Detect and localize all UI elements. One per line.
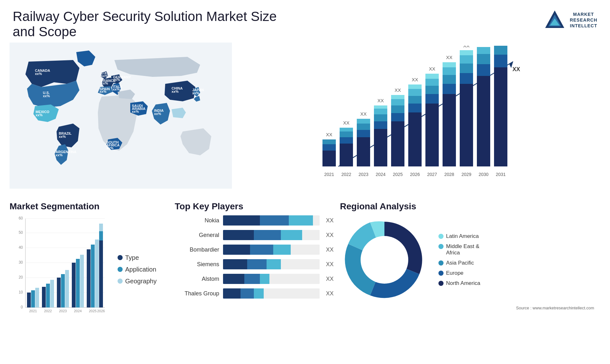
svg-text:xx%: xx% (132, 110, 139, 113)
svg-text:2027: 2027 (427, 172, 437, 177)
regional-label-mea: Middle East &Africa (446, 243, 479, 256)
svg-rect-90 (460, 84, 473, 166)
regional-dot-apac (438, 260, 444, 266)
svg-text:XX: XX (395, 87, 401, 93)
svg-rect-140 (87, 249, 91, 307)
player-row-nokia: Nokia XX (175, 215, 334, 226)
player-xx-alstom: XX (326, 276, 334, 282)
svg-text:2029: 2029 (461, 172, 471, 177)
svg-rect-45 (340, 131, 353, 137)
svg-rect-92 (460, 64, 473, 73)
svg-rect-138 (80, 255, 84, 307)
player-name-general: General (175, 232, 219, 239)
source-text: Source : www.marketresearchintellect.com (340, 306, 600, 310)
svg-text:XX: XX (326, 132, 332, 137)
player-name-alstom: Alstom (175, 276, 219, 282)
legend-item-application: Application (118, 266, 157, 273)
svg-text:XX: XX (377, 98, 384, 103)
svg-text:XX: XX (360, 111, 367, 117)
svg-rect-44 (340, 137, 353, 144)
svg-rect-105 (494, 46, 507, 55)
svg-point-148 (361, 236, 408, 284)
regional-legend-europe: Europe (438, 270, 480, 276)
regional-legend-latin: Latin America (438, 233, 480, 239)
player-xx-thales: XX (326, 290, 334, 297)
svg-rect-73 (408, 84, 422, 89)
top-section: CANADA xx% U.S. xx% MEXICO xx% BRAZIL xx… (0, 43, 610, 198)
logo-container: MARKET RESEARCH INTELLECT (544, 9, 597, 31)
svg-rect-133 (61, 274, 65, 307)
svg-rect-56 (374, 121, 387, 129)
svg-rect-43 (340, 144, 353, 166)
svg-text:XX: XX (343, 120, 349, 125)
regional-label-latin: Latin America (446, 233, 479, 239)
svg-text:xx%: xx% (59, 135, 66, 138)
svg-text:30: 30 (19, 260, 23, 265)
player-bar-general (223, 230, 320, 240)
logo-icon (544, 9, 566, 31)
svg-text:10: 10 (19, 290, 23, 294)
svg-rect-59 (374, 105, 387, 109)
svg-rect-69 (408, 112, 422, 166)
player-row-siemens: Siemens XX (175, 259, 334, 269)
player-name-bombardier: Bombardier (175, 246, 219, 253)
player-xx-nokia: XX (326, 217, 334, 224)
legend-dot-type (118, 255, 123, 260)
player-xx-bombardier: XX (326, 246, 334, 253)
regional-label-europe: Europe (446, 270, 464, 276)
players-chart: Nokia XX General XX Bombardier (175, 215, 334, 299)
svg-rect-141 (91, 245, 95, 307)
svg-rect-83 (443, 94, 456, 166)
player-bar-bombardier (223, 245, 320, 255)
svg-rect-124 (27, 293, 31, 307)
svg-rect-91 (460, 73, 473, 84)
legend-dot-application (118, 267, 123, 272)
legend-dot-geography (118, 279, 123, 284)
svg-rect-78 (425, 86, 439, 94)
player-bar-thales (223, 288, 320, 299)
legend-label-application: Application (125, 266, 156, 273)
svg-text:xx%: xx% (56, 153, 63, 157)
player-row-thales: Thales Group XX (175, 288, 334, 299)
svg-text:xx%: xx% (192, 91, 199, 95)
svg-rect-100 (477, 47, 490, 54)
svg-rect-137 (76, 259, 80, 307)
legend-item-geography: Geography (118, 278, 157, 285)
svg-text:50: 50 (19, 230, 23, 235)
seg-legend: Type Application Geography (118, 215, 157, 323)
svg-text:20: 20 (19, 275, 23, 280)
svg-rect-39 (322, 144, 336, 151)
regional-container: Regional Analysis Latin Amer (340, 201, 600, 351)
player-name-siemens: Siemens (175, 261, 219, 268)
svg-rect-57 (374, 114, 387, 121)
svg-text:2025: 2025 (89, 309, 97, 313)
svg-text:xx%: xx% (113, 87, 120, 91)
player-xx-siemens: XX (326, 261, 334, 268)
header: Railway Cyber Security Solution Market S… (0, 0, 610, 43)
svg-rect-85 (443, 75, 456, 84)
svg-text:xx%: xx% (43, 94, 50, 98)
regional-legend-apac: Asia Pacific (438, 260, 480, 266)
svg-rect-99 (477, 54, 490, 64)
svg-text:xx%: xx% (35, 72, 42, 76)
svg-text:xx%: xx% (36, 113, 43, 117)
svg-text:2024: 2024 (74, 309, 82, 313)
legend-item-type: Type (118, 254, 157, 261)
svg-rect-72 (408, 89, 422, 96)
svg-rect-77 (425, 94, 439, 104)
svg-text:2023: 2023 (358, 172, 368, 177)
svg-rect-52 (357, 119, 370, 124)
regional-dot-na (438, 281, 444, 286)
svg-text:XX: XX (463, 46, 470, 48)
regional-dot-europe (438, 271, 444, 276)
svg-text:40: 40 (19, 245, 23, 250)
svg-text:XX: XX (446, 55, 452, 60)
svg-rect-86 (443, 67, 456, 75)
regional-legend-mea: Middle East &Africa (438, 243, 480, 256)
svg-text:0: 0 (21, 305, 23, 309)
svg-rect-62 (391, 121, 404, 166)
svg-text:xx%: xx% (101, 81, 108, 85)
svg-rect-136 (72, 263, 76, 307)
svg-rect-66 (391, 95, 404, 99)
svg-rect-142 (95, 239, 99, 307)
